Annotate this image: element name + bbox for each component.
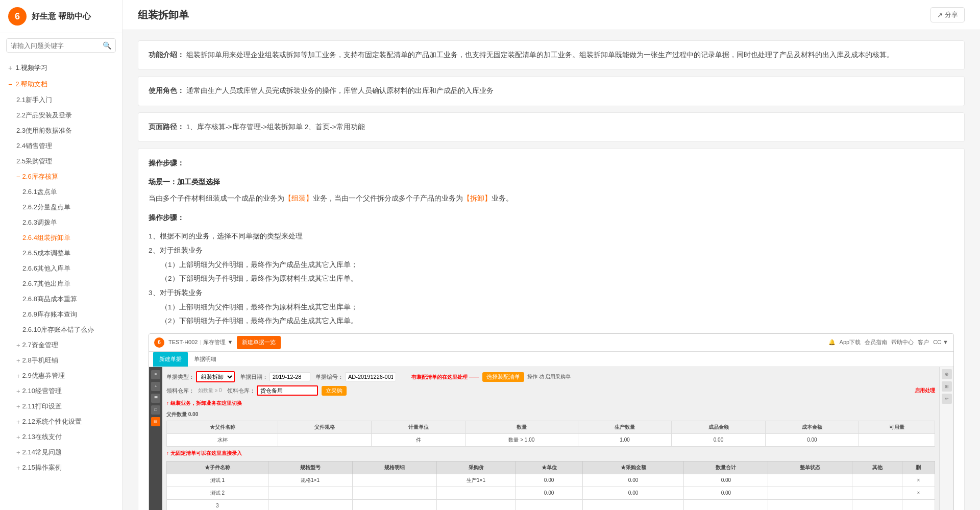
sidebar-item-purchase[interactable]: 2.5采购管理 xyxy=(0,154,122,169)
date-field: 单据日期： xyxy=(240,372,310,382)
date-label: 单据日期： xyxy=(240,372,268,382)
type-label: 单据类型： xyxy=(166,372,194,382)
sidebar-item-otherinstock[interactable]: 2.6.6其他入库单 xyxy=(0,261,122,276)
role-text: 通常由生产人员或库管人员完成拆装业务的操作，库管人员确认原材料的出库和产成品的入… xyxy=(186,87,494,94)
bell-icon: 🔔 xyxy=(828,337,836,348)
sidebar-item-personalize[interactable]: + 2.12系统个性化设置 xyxy=(0,414,122,429)
sidebar-item-prepare[interactable]: 2.3使用前数据准备 xyxy=(0,123,122,138)
step3-1: （1）上部明细为父件明细，最终作为原材料生成其它出库单； xyxy=(161,301,954,313)
ops-heading: 操作步骤： xyxy=(149,157,954,169)
collapse-icon-inventory: − xyxy=(16,173,20,181)
lower-table-annotation: ↑ 无固定清单可以在这里直接录入 xyxy=(166,449,935,458)
app-topbar: 6 TEST-H002 | 库存管理 ▼ 新建单据一览 🔔 App下载 会员指南… xyxy=(149,334,953,352)
app-main-content: ≡ + ☰ □ ▤ 单据类型： xyxy=(149,367,953,510)
sidebar-item-faq[interactable]: + 2.14常见问题 xyxy=(0,445,122,460)
sidebar-item-newbie[interactable]: 2.1新手入门 xyxy=(0,92,122,108)
sidebar-item-mobile[interactable]: + 2.8手机旺铺 xyxy=(0,353,122,368)
path-card: 页面路径： 1、库存核算->库存管理->组装拆卸单 2、首页->常用功能 xyxy=(138,112,965,142)
scene-annotation: ↑ 组装业务，拆卸业务在这里切换 xyxy=(166,399,935,408)
intro-label: 功能介绍： xyxy=(149,51,184,59)
screenshot: 6 TEST-H002 | 库存管理 ▼ 新建单据一览 🔔 App下载 会员指南… xyxy=(149,333,954,510)
steps-heading: 操作步骤： xyxy=(149,211,954,224)
search-input[interactable] xyxy=(11,42,103,50)
main-area: 组装拆卸单 ↗ 分享 功能介绍： 组装拆卸单用来处理企业组装或拆卸等加工业务，支… xyxy=(122,0,980,510)
menu-icon-active: ▤ xyxy=(151,417,160,426)
sidebar-item-print[interactable]: + 2.11打印设置 xyxy=(0,399,122,414)
form-row2: 领料仓库： 如数量 ≥ 0 领料仓库： 立采购 启用处理 xyxy=(166,385,935,396)
role-label: 使用角色： xyxy=(149,87,184,94)
navigation: + 1.视频学习 − 2.帮助文档 2.1新手入门 2.2产品安装及登录 2.3… xyxy=(0,58,122,477)
type-select[interactable]: 组装拆卸 xyxy=(196,371,235,382)
sidebar-item-adjust[interactable]: 2.6.3调拨单 xyxy=(0,215,122,230)
col-order-status: 整单状态 xyxy=(768,462,852,474)
new-doc-btn[interactable]: 新建单据一览 xyxy=(237,336,281,349)
assembly-input[interactable] xyxy=(257,385,318,396)
sidebar-item-cases[interactable]: + 2.15操作案例 xyxy=(0,460,122,475)
col-qty: 数量 xyxy=(465,421,578,434)
cell-product-amount: 0.00 xyxy=(672,434,765,447)
col-spec-type: 规格型号 xyxy=(268,462,352,474)
tab-doc-detail[interactable]: 单据明细 xyxy=(188,352,223,367)
intro-text: 组装拆卸单用来处理企业组装或拆卸等加工业务，支持有固定装配清单的产品加工业务，也… xyxy=(186,51,894,59)
step2-2: （2）下部明细为子件明细，最终作为原材料生成其它出库单。 xyxy=(161,273,954,285)
sidebar-item-stockcheck[interactable]: 2.6.9库存账本查询 xyxy=(0,307,122,322)
code-label: 单据编号： xyxy=(315,372,344,382)
col-buy-amount: ★采购金额 xyxy=(582,462,684,474)
scene1-desc: 当由多个子件材料组装成一个成品的业务为【组装】业务，当由一个父件拆分成多个子产品… xyxy=(149,192,954,205)
right-icon-1: ⊕ xyxy=(942,369,952,379)
warehouse-label: 领料仓库： xyxy=(166,386,194,396)
confirm-btn[interactable]: 立采购 xyxy=(322,386,347,396)
app-left-icons: ≡ + ☰ □ ▤ xyxy=(149,367,162,510)
col-spec-detail: 规格明细 xyxy=(352,462,436,474)
date-input[interactable] xyxy=(270,372,310,381)
sidebar-item-costcalc[interactable]: 2.6.8商品成本重算 xyxy=(0,292,122,307)
child-table: ★子件名称 规格型号 规格明细 采购价 ★单位 ★采购金额 数量合计 整单状态 xyxy=(166,461,935,510)
tab-new-doc[interactable]: 新建单据 xyxy=(153,352,188,367)
step1: 1、根据不同的业务，选择不同单据的类型来处理 xyxy=(149,230,954,242)
sidebar-item-partialstock[interactable]: 2.6.2分量盘点单 xyxy=(0,200,122,215)
sidebar-item-finance[interactable]: + 2.7资金管理 xyxy=(0,337,122,353)
col-product-amount: 成品金额 xyxy=(672,421,765,434)
col-parent-name: ★父件名称 xyxy=(167,421,278,434)
sidebar-item-assemble[interactable]: 2.6.4组装拆卸单 xyxy=(0,230,122,246)
share-button[interactable]: ↗ 分享 xyxy=(930,7,965,22)
version-label: TEST-H002 xyxy=(168,337,198,348)
sidebar-item-stockwrong[interactable]: 2.6.10库存账本错了么办 xyxy=(0,322,122,337)
sidebar-item-stocktake[interactable]: 2.6.1盘点单 xyxy=(0,184,122,200)
right-icon-3: ✏ xyxy=(942,394,952,404)
sidebar-item-video[interactable]: + 1.视频学习 xyxy=(0,60,122,76)
app-download: App下载 xyxy=(840,337,861,348)
col-available: 可用量 xyxy=(859,421,935,434)
right-icon-2: ⊞ xyxy=(942,381,952,392)
search-box[interactable]: 🔍 xyxy=(6,38,116,53)
warehouse-field: 领料仓库： 如数量 ≥ 0 xyxy=(166,386,222,396)
sidebar-item-costadjust[interactable]: 2.6.5成本调整单 xyxy=(0,246,122,261)
sidebar-item-sales[interactable]: 2.4销售管理 xyxy=(0,138,122,154)
assembly-list-btn[interactable]: 选择装配清单 xyxy=(482,372,524,382)
sidebar-item-install[interactable]: 2.2产品安装及登录 xyxy=(0,108,122,123)
member-guide: 会员指南 xyxy=(865,337,887,348)
search-icon[interactable]: 🔍 xyxy=(103,41,111,50)
assembly-field: 领料仓库： 立采购 xyxy=(227,385,347,396)
code-input[interactable] xyxy=(345,372,396,381)
col-unit: 计量单位 xyxy=(372,421,465,434)
child-row-1: 测试 1 规格1×1 生产1×1 0.00 0.00 0.00 xyxy=(167,474,935,487)
module-select: 库存管理 ▼ xyxy=(203,337,233,348)
sidebar-item-operation[interactable]: + 2.10经营管理 xyxy=(0,383,122,399)
sidebar-item-onlinepay[interactable]: + 2.13在线支付 xyxy=(0,429,122,445)
col-child-unit: ★单位 xyxy=(516,462,582,474)
logo-area: 6 好生意 帮助中心 xyxy=(0,0,122,33)
sidebar-item-docs[interactable]: − 2.帮助文档 xyxy=(0,76,122,92)
warehouse-hint: 如数量 ≥ 0 xyxy=(198,386,222,395)
col-child-name: ★子件名称 xyxy=(167,462,268,474)
app-version: TEST-H002 | 库存管理 ▼ xyxy=(168,337,233,348)
sidebar-item-otheroutstock[interactable]: 2.6.7其他出库单 xyxy=(0,276,122,292)
sidebar-item-coupon[interactable]: + 2.9优惠券管理 xyxy=(0,368,122,383)
main-body: 功能介绍： 组装拆卸单用来处理企业组装或拆卸等加工业务，支持有固定装配清单的产品… xyxy=(122,30,980,510)
app-right-icons: ⊕ ⊞ ✏ xyxy=(939,367,953,510)
scene1-heading: 场景一：加工类型选择 xyxy=(149,176,954,188)
sidebar-item-inventory[interactable]: − 2.6库存核算 xyxy=(0,169,122,184)
role-card: 使用角色： 通常由生产人员或库管人员完成拆装业务的操作，库管人员确认原材料的出库… xyxy=(138,76,965,106)
ops-card: 操作步骤： 场景一：加工类型选择 当由多个子件材料组装成一个成品的业务为【组装】… xyxy=(138,148,965,510)
assembly-annotation-area: 有装配清单的在这里处理 —— 选择装配清单 操作 功 启用采购单 xyxy=(411,372,571,382)
